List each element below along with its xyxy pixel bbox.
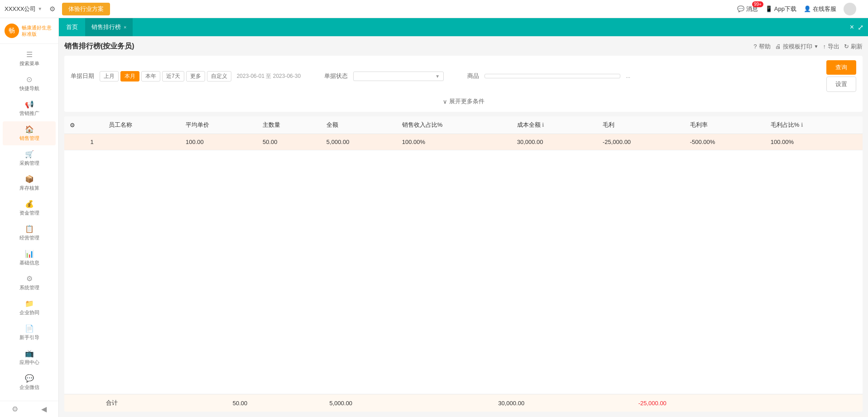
print-label: 按模板打印 [783, 43, 812, 51]
sidebar-item-label-shortcut: 快捷导航 [19, 85, 39, 92]
sidebar-item-label-system: 系统管理 [19, 284, 39, 291]
sidebar-item-label-inventory: 库存核算 [19, 185, 39, 192]
page-header: 销售排行榜(按业务员) ? 帮助 🖨 按模板打印 ▼ ↑ 导出 [64, 42, 863, 51]
logo-text: 畅康通好生意 标准版 [22, 24, 52, 38]
sidebar-item-collab[interactable]: 📁 企业协同 [3, 296, 56, 320]
page-title: 销售排行榜(按业务员) [64, 42, 134, 51]
cell-settings [64, 134, 81, 150]
tab-bar-right: × ⤢ [850, 23, 868, 32]
tab-close-icon[interactable]: × [124, 24, 126, 30]
export-button[interactable]: ↑ 导出 [823, 43, 840, 51]
help-label: 帮助 [759, 43, 771, 51]
sidebar-item-sales[interactable]: 🏠 销售管理 [3, 121, 56, 145]
cost-help-icon[interactable]: ℹ [542, 122, 544, 128]
app-download-button[interactable]: 📱 App下载 [765, 5, 796, 13]
status-dropdown-arrow: ▼ [435, 74, 440, 79]
online-service-button[interactable]: 👤 在线客服 [804, 5, 836, 13]
system-icon: ⚙ [26, 274, 33, 283]
cell-rank: 1 [81, 134, 103, 150]
sidebar-item-member[interactable]: ◇ 畅会员 [3, 395, 56, 401]
date-btn-7days[interactable]: 近7天 [162, 71, 184, 81]
summary-label: 合计 [101, 394, 186, 412]
more-filters-btn[interactable]: ... [626, 73, 630, 79]
query-button[interactable]: 查询 [826, 60, 856, 75]
goods-input[interactable] [484, 74, 620, 78]
tab-home[interactable]: 首页 [59, 18, 85, 36]
trial-button[interactable]: 体验行业方案 [62, 3, 110, 15]
cell-sales-pct: 100.00% [397, 134, 512, 150]
date-btn-last-month[interactable]: 上月 [100, 71, 119, 81]
tab-maximize-icon[interactable]: ⤢ [858, 23, 863, 32]
refresh-label: 刷新 [851, 43, 863, 51]
date-btn-custom[interactable]: 自定义 [207, 71, 231, 81]
date-btn-more[interactable]: 更多 [186, 71, 205, 81]
summary-table: 合计 50.00 5,000.00 30,000.00 -25,000.00 [64, 394, 863, 412]
col-name: 员工名称 [103, 116, 180, 134]
sidebar-item-guide[interactable]: 📄 新手引导 [3, 321, 56, 345]
col-quantity: 主数量 [257, 116, 321, 134]
purchase-icon: 🛒 [25, 150, 34, 158]
summary-cost-amount: 30,000.00 [493, 394, 633, 412]
user-avatar[interactable] [844, 3, 856, 15]
col-cost-amount: 成本全额 ℹ [512, 116, 597, 134]
status-filter-label: 单据状态 [324, 72, 348, 80]
sidebar-item-label-wechat: 企业微信 [19, 384, 39, 391]
top-right: 💬 消息 99+ 📱 App下载 👤 在线客服 [737, 3, 863, 15]
date-filter-label: 单据日期 [71, 72, 94, 80]
cell-amount: 5,000.00 [321, 134, 397, 150]
tab-sales-rank[interactable]: 销售排行榜 × [85, 18, 133, 36]
sidebar-item-shortcut[interactable]: ⊙ 快捷导航 [3, 72, 56, 96]
summary-row: 合计 50.00 5,000.00 30,000.00 -25,000.00 [64, 394, 863, 412]
expand-label: 展开更多条件 [449, 97, 484, 105]
date-shortcuts: 上月 本月 本年 近7天 更多 自定义 [100, 71, 231, 81]
table-body: 1 100.00 50.00 5,000.00 100.00% 30,000.0… [64, 134, 863, 150]
filter-action-btns: 查询 设置 [826, 60, 856, 92]
sidebar-item-appcenter[interactable]: 📺 应用中心 [3, 345, 56, 369]
sidebar-item-label-appcenter: 应用中心 [19, 359, 39, 366]
date-range: 2023-06-01 至 2023-06-30 [237, 72, 301, 80]
base-icon: 📊 [25, 249, 34, 258]
sidebar-item-label-sales: 销售管理 [19, 135, 39, 142]
sidebar-item-label-collab: 企业协同 [19, 309, 39, 316]
expand-more-btn[interactable]: ∨ 展开更多条件 [443, 96, 484, 107]
gross-pct-help-icon[interactable]: ℹ [801, 122, 803, 128]
message-button[interactable]: 💬 消息 99+ [737, 5, 758, 13]
sidebar-collapse-icon[interactable]: ◀ [41, 405, 47, 413]
sales-icon: 🏠 [25, 125, 34, 134]
summary-quantity: 50.00 [227, 394, 324, 412]
settings-icon[interactable]: ⚙ [46, 3, 58, 15]
status-select[interactable]: ▼ [353, 72, 444, 81]
sidebar-item-search[interactable]: ☰ 搜索菜单 [3, 47, 56, 71]
sidebar-item-system[interactable]: ⚙ 系统管理 [3, 271, 56, 295]
summary-gross-profit: -25,000.00 [633, 394, 781, 412]
print-button[interactable]: 🖨 按模板打印 ▼ [775, 43, 819, 51]
sidebar-item-base[interactable]: 📊 基础信息 [3, 246, 56, 270]
table-wrapper[interactable]: ⚙ 员工名称 平均单价 主数量 全额 销售收入占比% 成本全额 ℹ 毛 [64, 116, 863, 394]
date-btn-this-year[interactable]: 本年 [141, 71, 160, 81]
help-button[interactable]: ? 帮助 [753, 43, 770, 51]
sidebar-item-wechat[interactable]: 💬 企业微信 [3, 370, 56, 394]
sidebar-item-inventory[interactable]: 📦 库存核算 [3, 171, 56, 195]
message-icon: 💬 [737, 5, 744, 12]
main-layout: 畅 畅康通好生意 标准版 ☰ 搜索菜单 ⊙ 快捷导航 📢 营销推广 🏠 销售管理 [0, 18, 868, 417]
summary-gross-rate [780, 394, 821, 412]
sidebar-item-marketing[interactable]: 📢 营销推广 [3, 96, 56, 120]
summary-avg-price [186, 394, 227, 412]
summary-sales-pct [452, 394, 493, 412]
sidebar-item-operation[interactable]: 📋 经营管理 [3, 221, 56, 245]
print-dropdown-arrow: ▼ [814, 44, 819, 49]
sidebar-settings-icon[interactable]: ⚙ [12, 405, 18, 413]
col-settings[interactable]: ⚙ [64, 116, 81, 134]
table-row: 1 100.00 50.00 5,000.00 100.00% 30,000.0… [64, 134, 863, 150]
sidebar-item-finance[interactable]: 💰 资金管理 [3, 196, 56, 220]
message-badge: 99+ [752, 1, 763, 7]
refresh-icon: ↻ [844, 43, 849, 50]
app-icon: 📱 [765, 5, 772, 12]
company-dropdown[interactable]: XXXXX公司 ▼ [5, 5, 42, 13]
date-btn-this-month[interactable]: 本月 [120, 71, 139, 81]
expand-arrow-icon: ∨ [443, 98, 447, 105]
sidebar-item-purchase[interactable]: 🛒 采购管理 [3, 146, 56, 170]
setting-button[interactable]: 设置 [826, 77, 856, 92]
tab-close-all-icon[interactable]: × [850, 23, 854, 31]
refresh-button[interactable]: ↻ 刷新 [844, 43, 863, 51]
